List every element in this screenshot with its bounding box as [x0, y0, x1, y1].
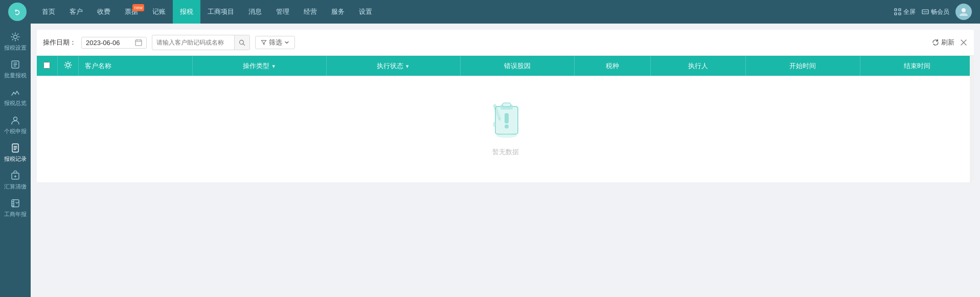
nav-item-设置[interactable]: 设置	[352, 0, 379, 24]
search-input[interactable]	[152, 37, 234, 48]
svg-point-27	[493, 122, 496, 127]
sidebar-item-工商年报[interactable]: 工商年报	[0, 194, 31, 222]
scrollbar-track[interactable]	[970, 56, 974, 182]
sidebar: 报税设置批量报税报税总览个税申报报税记录汇算清缴工商年报	[0, 24, 31, 297]
app-logo[interactable]	[8, 3, 27, 21]
svg-point-7	[962, 8, 966, 12]
top-nav-right: 全屏 畅会员	[894, 4, 972, 20]
svg-rect-23	[503, 103, 511, 107]
svg-rect-5	[899, 13, 901, 15]
vip-button[interactable]: 畅会员	[922, 8, 949, 16]
close-icon	[960, 38, 968, 47]
sidebar-item-label-工商年报: 工商年报	[4, 211, 27, 218]
op-type-filter-icon: ▼	[271, 63, 276, 69]
select-all-checkbox[interactable]	[43, 62, 50, 69]
empty-state: 暂无数据	[37, 76, 974, 182]
date-label: 操作日期：	[43, 38, 76, 47]
svg-rect-24	[505, 113, 509, 123]
sidebar-item-label-报税总览: 报税总览	[4, 100, 27, 107]
svg-point-0	[13, 7, 22, 16]
refresh-button[interactable]: 刷新	[932, 38, 954, 47]
tax-setting-icon	[10, 32, 20, 43]
settlement-icon	[10, 171, 20, 182]
fullscreen-button[interactable]: 全屏	[894, 8, 916, 16]
filter-button[interactable]: 筛选	[255, 36, 295, 49]
toolbar: 操作日期：	[37, 30, 974, 56]
svg-rect-2	[895, 9, 897, 11]
sidebar-item-label-汇算清缴: 汇算清缴	[4, 183, 27, 190]
table-body: 暂无数据	[37, 76, 974, 182]
refresh-icon	[932, 39, 939, 46]
th-setting[interactable]	[57, 56, 78, 76]
nav-item-票据[interactable]: 票据new	[118, 0, 145, 24]
nav-item-服务[interactable]: 服务	[324, 0, 352, 24]
search-button[interactable]	[234, 35, 249, 50]
close-button[interactable]	[960, 38, 968, 47]
svg-point-8	[14, 35, 17, 39]
empty-text: 暂无数据	[492, 147, 519, 157]
search-icon	[239, 39, 245, 46]
nav-item-收费[interactable]: 收费	[90, 0, 118, 24]
fullscreen-label: 全屏	[903, 8, 916, 16]
chevron-down-icon	[284, 40, 289, 45]
sidebar-item-批量报税[interactable]: 批量报税	[0, 55, 31, 83]
sidebar-item-报税记录[interactable]: 报税记录	[0, 139, 31, 166]
toolbar-right: 刷新	[932, 38, 968, 47]
setting-icon	[64, 61, 72, 69]
th-status[interactable]: 执行状态▼	[326, 56, 460, 76]
sidebar-item-label-个税申报: 个税申报	[4, 128, 27, 135]
sidebar-item-汇算清缴[interactable]: 汇算清缴	[0, 166, 31, 194]
table-header-row: 客户名称 操作类型▼ 执行状态▼ 错误股因 税种	[37, 56, 974, 76]
badge-new: new	[132, 4, 144, 11]
tax-overview-icon	[10, 87, 20, 98]
status-filter-icon: ▼	[405, 63, 410, 69]
nav-item-工商项目[interactable]: 工商项目	[200, 0, 241, 24]
sidebar-item-label-报税设置: 报税设置	[4, 45, 27, 51]
top-navigation: 首页客户收费票据new记账报税工商项目消息管理经营服务设置 全屏 畅会员	[0, 0, 980, 24]
data-table: 客户名称 操作类型▼ 执行状态▼ 错误股因 税种	[37, 56, 974, 182]
sidebar-item-报税设置[interactable]: 报税设置	[0, 28, 31, 55]
nav-items: 首页客户收费票据new记账报税工商项目消息管理经营服务设置	[35, 0, 894, 24]
th-error: 错误股因	[460, 56, 575, 76]
filter-icon	[261, 39, 267, 46]
th-op-type[interactable]: 操作类型▼	[193, 56, 327, 76]
calendar-icon	[135, 39, 142, 46]
main-content: 操作日期：	[31, 24, 980, 297]
svg-point-10	[14, 117, 17, 120]
nav-item-消息[interactable]: 消息	[241, 0, 269, 24]
th-start-time: 开始时间	[745, 56, 860, 76]
nav-item-报税[interactable]: 报税	[173, 0, 200, 24]
svg-point-16	[66, 63, 70, 67]
th-customer: 客户名称	[78, 56, 193, 76]
sidebar-item-个税申报[interactable]: 个税申报	[0, 111, 31, 139]
th-tax-type: 税种	[575, 56, 650, 76]
svg-point-25	[505, 124, 509, 129]
nav-item-首页[interactable]: 首页	[35, 0, 62, 24]
nav-item-管理[interactable]: 管理	[269, 0, 297, 24]
empty-row: 暂无数据	[37, 76, 974, 182]
th-checkbox[interactable]	[37, 56, 57, 76]
sidebar-item-报税总览[interactable]: 报税总览	[0, 83, 31, 111]
tax-record-icon	[10, 143, 20, 154]
sidebar-item-label-报税记录: 报税记录	[4, 156, 27, 162]
svg-rect-4	[895, 13, 897, 15]
nav-item-记账[interactable]: 记账	[145, 0, 173, 24]
user-avatar[interactable]	[955, 4, 972, 20]
empty-illustration	[483, 96, 529, 142]
th-executor: 执行人	[650, 56, 745, 76]
content-card: 操作日期：	[37, 30, 974, 182]
search-wrap	[152, 35, 250, 50]
vip-label: 畅会员	[931, 8, 949, 16]
svg-rect-14	[135, 40, 142, 46]
svg-rect-3	[899, 9, 901, 11]
table-scroll[interactable]: 客户名称 操作类型▼ 执行状态▼ 错误股因 税种	[37, 56, 974, 182]
nav-item-客户[interactable]: 客户	[62, 0, 90, 24]
date-input[interactable]	[86, 39, 132, 47]
annual-report-icon	[10, 198, 20, 209]
svg-point-26	[496, 134, 517, 138]
nav-item-经营[interactable]: 经营	[297, 0, 324, 24]
refresh-label: 刷新	[941, 38, 954, 47]
date-picker[interactable]	[81, 37, 147, 49]
filter-label: 筛选	[269, 38, 282, 47]
batch-tax-icon	[10, 59, 20, 71]
